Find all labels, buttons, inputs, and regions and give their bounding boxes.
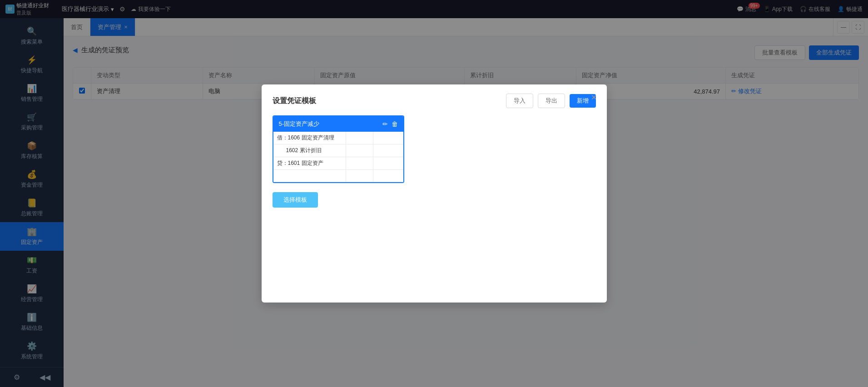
- delete-template-button[interactable]: 🗑: [392, 120, 398, 128]
- modal-body: 5-固定资产减少 ✏ 🗑 借：1606 固定资产清理 1602 累计折旧: [262, 115, 607, 218]
- template-row-2: 1602 累计折旧: [273, 144, 403, 157]
- template-cell-credit-3: [373, 157, 401, 169]
- template-cell-account-1: 借：1606 固定资产清理: [273, 132, 346, 144]
- import-button[interactable]: 导入: [506, 94, 533, 108]
- template-row-1: 借：1606 固定资产清理: [273, 132, 403, 144]
- template-cell-credit-1: [373, 132, 401, 144]
- template-card-header-actions: ✏ 🗑: [382, 120, 398, 128]
- template-card: 5-固定资产减少 ✏ 🗑 借：1606 固定资产清理 1602 累计折旧: [273, 115, 404, 183]
- modal-title: 设置凭证模板: [273, 96, 316, 106]
- template-card-header: 5-固定资产减少 ✏ 🗑: [273, 116, 403, 132]
- template-cell-debit-4: [346, 170, 373, 182]
- select-template-button[interactable]: 选择模板: [273, 192, 318, 208]
- template-cell-credit-4: [373, 170, 401, 182]
- template-cell-credit-2: [373, 144, 401, 157]
- modal-header: 设置凭证模板 导入 导出 新增: [262, 84, 607, 115]
- template-row-3: 贷：1601 固定资产: [273, 157, 403, 170]
- template-cell-debit-3: [346, 157, 373, 169]
- edit-template-button[interactable]: ✏: [382, 120, 388, 128]
- modal-overlay: 设置凭证模板 导入 导出 新增 ✕ 5-固定资产减少 ✏ 🗑: [0, 0, 868, 387]
- template-row-4: [273, 170, 403, 182]
- template-cell-account-2: 1602 累计折旧: [273, 144, 346, 157]
- template-cell-debit-2: [346, 144, 373, 157]
- set-voucher-template-modal: 设置凭证模板 导入 导出 新增 ✕ 5-固定资产减少 ✏ 🗑: [262, 84, 607, 303]
- export-button[interactable]: 导出: [538, 94, 565, 108]
- modal-header-actions: 导入 导出 新增: [506, 94, 596, 108]
- template-cell-debit-1: [346, 132, 373, 144]
- template-card-title: 5-固定资产减少: [279, 120, 320, 128]
- template-cell-account-3: 贷：1601 固定资产: [273, 157, 346, 169]
- template-card-body: 借：1606 固定资产清理 1602 累计折旧 贷：1601 固定资产: [273, 132, 403, 182]
- modal-close-button[interactable]: ✕: [589, 92, 600, 103]
- template-cell-account-4: [273, 170, 346, 182]
